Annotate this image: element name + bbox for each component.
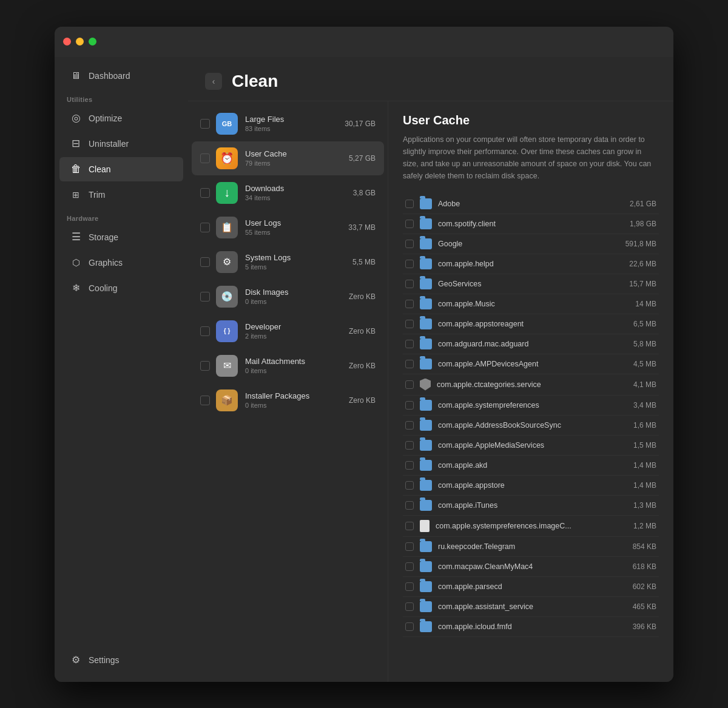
- file-size: 854 KB: [633, 542, 656, 551]
- file-row[interactable]: com.apple.iTunes 1,3 MB: [403, 496, 659, 516]
- folder-icon: [420, 440, 432, 451]
- file-checkbox[interactable]: [405, 360, 414, 368]
- file-size: 3,4 MB: [633, 401, 656, 410]
- list-item-checkbox[interactable]: [200, 188, 210, 198]
- file-row[interactable]: com.apple.ctcategories.service 4,1 MB: [403, 374, 659, 396]
- sidebar-item-optimize[interactable]: ◎ Optimize: [59, 106, 183, 130]
- list-item[interactable]: ↓ Downloads 34 items 3,8 GB: [192, 176, 384, 210]
- file-row[interactable]: com.apple.AMPDevicesAgent 4,5 MB: [403, 354, 659, 374]
- file-row[interactable]: com.macpaw.CleanMyMac4 618 KB: [403, 557, 659, 577]
- file-checkbox[interactable]: [405, 622, 414, 631]
- list-item-count: 55 items: [245, 229, 348, 236]
- file-checkbox[interactable]: [405, 260, 414, 268]
- file-checkbox[interactable]: [405, 501, 414, 510]
- file-row[interactable]: com.adguard.mac.adguard 5,8 MB: [403, 334, 659, 354]
- sidebar-uninstaller-label: Uninstaller: [89, 139, 129, 149]
- maximize-button[interactable]: [89, 38, 96, 46]
- list-item[interactable]: ✉ Mail Attachments 0 items Zero KB: [192, 349, 384, 383]
- list-item-icon: 💿: [216, 286, 238, 308]
- list-item-icon: ↓: [216, 182, 238, 204]
- file-checkbox[interactable]: [405, 240, 414, 248]
- folder-icon: [420, 258, 432, 269]
- sidebar-item-dashboard[interactable]: 🖥 Dashboard: [59, 64, 183, 88]
- file-checkbox[interactable]: [405, 300, 414, 308]
- file-row[interactable]: com.apple.systempreferences 3,4 MB: [403, 396, 659, 416]
- list-item[interactable]: { } Developer 2 items Zero KB: [192, 314, 384, 348]
- grid-icon: ⊞: [69, 188, 83, 201]
- file-row[interactable]: com.apple.Music 14 MB: [403, 294, 659, 314]
- file-row[interactable]: com.apple.AddressBookSourceSync 1,6 MB: [403, 416, 659, 436]
- file-checkbox[interactable]: [405, 461, 414, 470]
- list-item-checkbox[interactable]: [200, 361, 210, 371]
- list-item-checkbox[interactable]: [200, 257, 210, 267]
- list-item[interactable]: 📦 Installer Packages 0 items Zero KB: [192, 383, 384, 417]
- file-checkbox[interactable]: [405, 542, 414, 551]
- file-row[interactable]: com.apple.helpd 22,6 MB: [403, 254, 659, 274]
- file-row[interactable]: Adobe 2,61 GB: [403, 194, 659, 214]
- file-checkbox[interactable]: [405, 320, 414, 328]
- list-item-checkbox[interactable]: [200, 223, 210, 232]
- list-item-checkbox[interactable]: [200, 153, 210, 163]
- sidebar-graphics-label: Graphics: [89, 258, 123, 268]
- file-checkbox[interactable]: [405, 582, 414, 591]
- utilities-section-label: Utilities: [55, 89, 188, 106]
- list-item-checkbox[interactable]: [200, 396, 210, 405]
- file-row[interactable]: com.spotify.client 1,98 GB: [403, 214, 659, 234]
- file-checkbox[interactable]: [405, 220, 414, 228]
- sidebar-item-trim[interactable]: ⊞ Trim: [59, 183, 183, 207]
- list-item-checkbox[interactable]: [200, 119, 210, 129]
- file-checkbox[interactable]: [405, 401, 414, 410]
- sidebar-item-graphics[interactable]: ⬡ Graphics: [59, 251, 183, 275]
- list-item-checkbox[interactable]: [200, 326, 210, 336]
- file-checkbox[interactable]: [405, 200, 414, 208]
- file-checkbox[interactable]: [405, 421, 414, 430]
- file-checkbox[interactable]: [405, 340, 414, 348]
- list-item-icon: ⏰: [216, 147, 238, 169]
- file-row[interactable]: GeoServices 15,7 MB: [403, 274, 659, 294]
- file-size: 14 MB: [635, 300, 656, 308]
- file-row[interactable]: com.apple.akd 1,4 MB: [403, 456, 659, 476]
- sidebar-item-clean[interactable]: 🗑 Clean: [59, 157, 183, 181]
- file-row[interactable]: Google 591,8 MB: [403, 234, 659, 254]
- folder-icon: [420, 500, 432, 511]
- list-item[interactable]: 💿 Disk Images 0 items Zero KB: [192, 280, 384, 314]
- file-row[interactable]: com.apple.appstoreagent 6,5 MB: [403, 314, 659, 334]
- file-row[interactable]: com.apple.appstore 1,4 MB: [403, 476, 659, 496]
- file-checkbox[interactable]: [405, 380, 414, 389]
- list-item-count: 0 items: [245, 298, 349, 305]
- file-size: 4,1 MB: [633, 380, 656, 389]
- file-row[interactable]: com.apple.parsecd 602 KB: [403, 577, 659, 597]
- file-row[interactable]: com.apple.AppleMediaServices 1,5 MB: [403, 436, 659, 456]
- file-checkbox[interactable]: [405, 441, 414, 450]
- list-item[interactable]: GB Large Files 83 items 30,17 GB: [192, 107, 384, 141]
- sidebar: 🖥 Dashboard Utilities ◎ Optimize ⊟ Unins…: [55, 57, 188, 682]
- list-item-name: Disk Images: [245, 288, 349, 297]
- list-item-checkbox[interactable]: [200, 292, 210, 302]
- file-checkbox[interactable]: [405, 562, 414, 571]
- file-name: com.apple.akd: [438, 461, 633, 470]
- file-checkbox[interactable]: [405, 481, 414, 490]
- close-button[interactable]: [63, 38, 71, 46]
- file-row[interactable]: com.apple.icloud.fmfd 396 KB: [403, 617, 659, 637]
- sidebar-dashboard-label: Dashboard: [89, 71, 130, 81]
- sidebar-item-uninstaller[interactable]: ⊟ Uninstaller: [59, 132, 183, 156]
- left-panel: GB Large Files 83 items 30,17 GB ⏰ User …: [188, 101, 388, 682]
- list-item-info: User Logs 55 items: [245, 218, 348, 236]
- list-item-name: Installer Packages: [245, 391, 349, 400]
- minimize-button[interactable]: [76, 38, 84, 46]
- file-row[interactable]: ru.keepcoder.Telegram 854 KB: [403, 537, 659, 557]
- sidebar-item-storage[interactable]: ☰ Storage: [59, 225, 183, 249]
- sidebar-item-cooling[interactable]: ❄ Cooling: [59, 276, 183, 300]
- file-row[interactable]: com.apple.assistant_service 465 KB: [403, 597, 659, 617]
- file-checkbox[interactable]: [405, 522, 414, 530]
- file-checkbox[interactable]: [405, 602, 414, 611]
- list-item[interactable]: 📋 User Logs 55 items 33,7 MB: [192, 211, 384, 244]
- file-size: 1,4 MB: [633, 461, 656, 470]
- sidebar-clean-label: Clean: [89, 164, 111, 174]
- list-item[interactable]: ⏰ User Cache 79 items 5,27 GB: [192, 141, 384, 175]
- back-button[interactable]: ‹: [205, 73, 222, 90]
- file-checkbox[interactable]: [405, 280, 414, 288]
- sidebar-item-settings[interactable]: ⚙ Settings: [59, 648, 183, 672]
- file-row[interactable]: com.apple.systempreferences.imageC... 1,…: [403, 516, 659, 537]
- list-item[interactable]: ⚙ System Logs 5 items 5,5 MB: [192, 245, 384, 279]
